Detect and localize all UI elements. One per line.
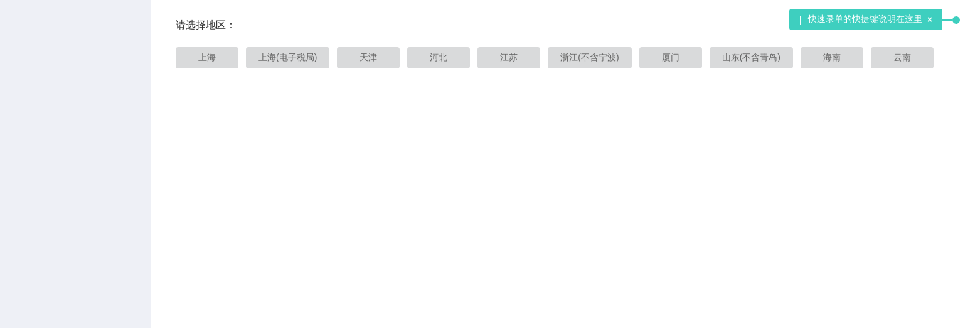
- sidebar: [0, 0, 151, 328]
- tooltip-close-button[interactable]: ×: [927, 14, 932, 25]
- tooltip-line: [940, 19, 952, 21]
- region-button-6[interactable]: 厦门: [639, 47, 702, 68]
- region-button-1[interactable]: 上海(电子税局): [246, 47, 329, 68]
- tooltip-text: 快速录单的快捷键说明在这里: [808, 14, 922, 25]
- region-button-5[interactable]: 浙江(不含宁波): [548, 47, 631, 68]
- tooltip-bar: 快速录单的快捷键说明在这里 ×: [789, 9, 942, 30]
- region-buttons: 上海上海(电子税局)天津河北江苏浙江(不含宁波)厦门山东(不含青岛)海南云南: [176, 47, 955, 68]
- region-button-3[interactable]: 河北: [407, 47, 470, 68]
- region-button-2[interactable]: 天津: [337, 47, 400, 68]
- tooltip-dot: [952, 16, 960, 24]
- main-content: 请选择地区： 上海上海(电子税局)天津河北江苏浙江(不含宁波)厦门山东(不含青岛…: [151, 0, 980, 328]
- region-button-4[interactable]: 江苏: [477, 47, 540, 68]
- region-button-7[interactable]: 山东(不含青岛): [710, 47, 793, 68]
- region-button-8[interactable]: 海南: [801, 47, 863, 68]
- region-button-0[interactable]: 上海: [176, 47, 238, 68]
- region-button-9[interactable]: 云南: [871, 47, 934, 68]
